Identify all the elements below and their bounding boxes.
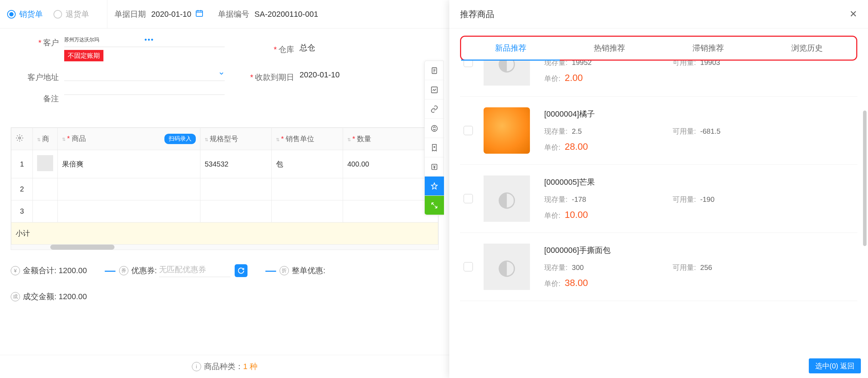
rec-item[interactable]: ◐ [0000006]手撕面包 现存量:300 可用量:256 单价:38.00 — [460, 233, 857, 301]
close-icon[interactable]: ✕ — [849, 9, 857, 20]
rec-item-stock: 300 — [572, 264, 584, 271]
rec-item-checkbox[interactable] — [464, 126, 473, 135]
row-unit[interactable]: 包 — [272, 150, 343, 178]
rec-tabs: 新品推荐 热销推荐 滞销推荐 浏览历史 — [460, 36, 857, 61]
customer-value[interactable]: 苏州万达沃尔玛 — [64, 37, 144, 43]
col-spec-header[interactable]: 规格型号 — [210, 135, 238, 143]
row-thumb — [33, 200, 58, 223]
toolbar-link-icon[interactable] — [425, 99, 444, 119]
remark-field: 备注 — [11, 92, 225, 104]
select-return-button[interactable]: 选中(0) 返回 — [809, 358, 861, 373]
deal-amount-value: 1200.00 — [58, 292, 87, 301]
rec-item-stock: 2.5 — [572, 127, 582, 135]
tab-sales-order[interactable]: 销货单 — [7, 9, 43, 20]
rec-item[interactable]: [0000004]橘子 现存量:2.5 可用量:-681.5 单价:28.00 — [460, 97, 857, 165]
rec-item-thumb: ◐ — [484, 61, 530, 86]
refresh-coupon-button[interactable] — [235, 264, 247, 277]
order-type-tabs: 销货单 退货单 — [0, 0, 107, 28]
row-unit[interactable] — [272, 178, 343, 200]
toolbar-chart-icon[interactable] — [425, 80, 444, 99]
tab-return-order[interactable]: 退货单 — [53, 9, 89, 20]
rec-item-info: [0000005]芒果 现存量:-178 可用量:-190 单价:10.00 — [544, 177, 854, 220]
rec-item-avail: 19903 — [700, 61, 720, 66]
horizontal-scrollbar[interactable] — [11, 245, 438, 250]
col-img-header[interactable]: 商 — [42, 135, 49, 143]
amount-total-label: 金额合计: — [23, 265, 56, 276]
svg-point-1 — [19, 137, 21, 139]
svg-point-4 — [432, 125, 438, 131]
rec-item-info: [0000004]橘子 现存量:2.5 可用量:-681.5 单价:28.00 — [544, 109, 854, 152]
row-spec[interactable]: 534532 — [200, 150, 272, 178]
customer-field: *客户 苏州万达沃尔玛 ••• 不固定账期 — [11, 36, 225, 61]
table-row[interactable]: 3 — [11, 200, 438, 223]
toolbar-expand-icon[interactable] — [425, 196, 444, 215]
doc-date-value[interactable]: 2020-01-10 — [151, 10, 192, 19]
row-unit[interactable] — [272, 200, 343, 223]
gear-icon[interactable] — [16, 136, 24, 143]
col-unit-header[interactable]: 销售单位 — [286, 135, 314, 143]
payment-due-value[interactable]: 2020-01-10 — [300, 70, 340, 80]
toolbar-receipt-icon[interactable] — [425, 138, 444, 157]
rec-item-title: [0000005]芒果 — [544, 177, 854, 188]
rec-item-stock: -178 — [572, 195, 586, 203]
row-spec[interactable] — [200, 200, 272, 223]
rec-tab-slow[interactable]: 滞销推荐 — [659, 37, 757, 60]
form-area: *客户 苏州万达沃尔玛 ••• 不固定账期 *仓库 总仓 客户地址 — [0, 29, 449, 120]
rec-tab-new[interactable]: 新品推荐 — [461, 37, 560, 61]
rec-tab-history[interactable]: 浏览历史 — [757, 37, 856, 60]
rec-item-stock: 19952 — [572, 61, 592, 66]
scan-input-button[interactable]: 扫码录入 — [164, 134, 196, 144]
subtotal-row: 小计 — [11, 223, 438, 245]
amount-total-value: 1200.00 — [58, 266, 87, 275]
rec-item-price: 28.00 — [565, 141, 588, 152]
rec-list[interactable]: ◐ 250ml 现存量:19952 可用量:19903 单价:2.00 [000… — [449, 61, 868, 378]
remark-label: 备注 — [43, 94, 59, 103]
rec-item-thumb — [484, 107, 530, 154]
row-product[interactable]: 果倍爽 — [58, 150, 200, 178]
rec-item-title: [0000006]手撕面包 — [544, 245, 854, 256]
row-product[interactable] — [58, 200, 200, 223]
warehouse-value[interactable]: 总仓 — [300, 42, 315, 53]
deal-amount-label: 成交金额: — [23, 291, 56, 302]
row-thumb — [33, 150, 58, 178]
rec-item[interactable]: ◐ 250ml 现存量:19952 可用量:19903 单价:2.00 — [460, 61, 857, 97]
yen-icon: ¥ — [11, 266, 20, 275]
coupon-input[interactable]: 无匹配优惠券 — [159, 264, 230, 277]
rec-item[interactable]: ◐ [0000005]芒果 现存量:-178 可用量:-190 单价:10.00 — [460, 165, 857, 233]
rec-item-thumb: ◐ — [484, 175, 530, 222]
rec-item-info: 250ml 现存量:19952 可用量:19903 单价:2.00 — [544, 61, 854, 83]
address-select[interactable] — [64, 70, 225, 81]
rec-item-checkbox[interactable] — [464, 194, 473, 203]
row-product[interactable] — [58, 178, 200, 200]
toolbar-currency-icon[interactable] — [425, 157, 444, 177]
deal-icon: 成 — [11, 292, 20, 301]
deal-row: 成 成交金额: 1200.00 — [0, 284, 449, 309]
radio-checked-icon — [7, 10, 16, 19]
tab-return-label: 退货单 — [66, 9, 89, 20]
row-qty[interactable]: 400.00 — [343, 150, 438, 178]
table-row[interactable]: 2 — [11, 178, 438, 200]
coupon-icon: 券 — [119, 266, 128, 275]
whole-discount-label: 整单优惠: — [292, 265, 325, 276]
payment-due-label: 收款到期日 — [255, 73, 294, 82]
doc-date-section: 单据日期 2020-01-10 — [107, 9, 211, 20]
row-qty[interactable] — [343, 178, 438, 200]
toolbar-swap-icon[interactable] — [425, 119, 444, 138]
rec-item-checkbox[interactable] — [464, 262, 473, 271]
warehouse-field: *仓库 总仓 — [246, 42, 315, 55]
table-row[interactable]: 1 果倍爽 534532 包 400.00 — [11, 150, 438, 178]
vertical-scrollbar[interactable] — [863, 111, 867, 246]
warehouse-label: 仓库 — [279, 45, 294, 54]
row-qty[interactable] — [343, 200, 438, 223]
row-spec[interactable] — [200, 178, 272, 200]
top-tabs: 销货单 退货单 单据日期 2020-01-10 单据编号 SA-20200110… — [0, 0, 449, 29]
toolbar-doc-icon[interactable] — [425, 61, 444, 80]
toolbar-star-icon[interactable] — [425, 177, 444, 196]
minus-icon: — — [265, 265, 276, 277]
calendar-icon[interactable] — [195, 9, 204, 20]
customer-picker-icon[interactable]: ••• — [144, 36, 225, 44]
rec-tab-hot[interactable]: 热销推荐 — [560, 37, 659, 60]
rec-item-checkbox[interactable] — [464, 61, 473, 67]
col-qty-header[interactable]: 数量 — [357, 135, 371, 143]
col-product-header[interactable]: 商品 — [72, 134, 86, 142]
